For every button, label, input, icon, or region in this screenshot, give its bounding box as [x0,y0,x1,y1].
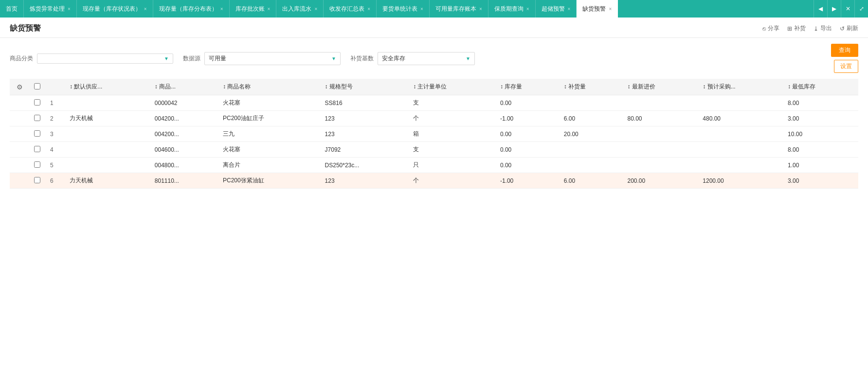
data-table: ⚙ ↕ 默认供应... ↕ 商品... ↕ 商品名称 ↕ 规格型号 ↕ 主计量单… [10,79,858,189]
tab-close-batch-account[interactable]: × [268,6,271,12]
cell-supplier: 力天机械 [65,111,150,126]
cell-num: 5 [45,158,65,173]
cell-stock: 0.00 [495,142,559,158]
tab-prev-button[interactable]: ◀ [814,0,827,18]
filter-bar: 商品分类 ▼ 数据源 可用量 ▼ 补货基数 安全库存 ▼ 查询 设置 [0,38,868,79]
replenish-button[interactable]: ⊞ 补货 [787,24,806,33]
th-min-stock: ↕ 最低库存 [783,79,858,95]
th-replenish-qty-label: ↕ 补货量 [564,83,586,90]
tab-close-inventory-status[interactable]: × [144,6,147,12]
table-row: 2 力天机械 004200... PC200油缸庄子 123 个 -1.00 6… [10,111,858,126]
tab-close-available-ledger[interactable]: × [479,6,482,12]
category-label: 商品分类 [10,54,33,63]
export-button[interactable]: ⤓ 导出 [814,24,832,33]
cell-supplier [65,142,150,158]
cell-spec: SS816 [320,95,409,111]
settings-button[interactable]: 设置 [834,60,858,73]
cell-product-name: PC200油缸庄子 [218,111,320,126]
cell-latest-price [623,142,698,158]
replenish-base-filter: 补货基数 安全库存 ▼ [350,52,475,65]
cell-spec: DS250*23c... [320,158,409,173]
tab-close-shortage-warning[interactable]: × [609,6,612,12]
cell-product-code: 801110... [150,173,218,189]
tab-close-button[interactable]: ✕ [841,0,854,18]
cell-product-name: PC200张紧油缸 [218,173,320,189]
cell-check [29,173,45,189]
tab-close-exception[interactable]: × [68,6,71,12]
th-product-name-label: ↕ 商品名称 [223,83,251,90]
cell-num: 2 [45,111,65,126]
cell-estimated-purchase [698,95,783,111]
cell-product-code: 0000042 [150,95,218,111]
replenish-base-select[interactable]: 安全库存 ▼ [378,52,475,65]
export-icon: ⤓ [814,25,818,32]
cell-unit: 支 [408,142,495,158]
cell-latest-price: 200.00 [623,173,698,189]
cell-min-stock: 1.00 [783,158,858,173]
tab-close-receive-summary[interactable]: × [367,6,370,12]
th-estimated-purchase-label: ↕ 预计采购... [703,83,735,90]
tab-close-demand-stats[interactable]: × [420,6,423,12]
cell-check [29,126,45,142]
tab-available-ledger[interactable]: 可用量库存账本× [430,0,488,18]
th-replenish-qty: ↕ 补货量 [559,79,623,95]
table-row: 1 0000042 火花塞 SS816 支 0.00 8.00 [10,95,858,111]
tab-next-button[interactable]: ▶ [827,0,841,18]
tab-inout-flow[interactable]: 出入库流水× [276,0,324,18]
page-title: 缺货预警 [10,23,762,34]
cell-supplier: 力天机械 [65,173,150,189]
th-spec: ↕ 规格型号 [320,79,409,95]
cell-spec: J7092 [320,142,409,158]
th-unit: ↕ 主计量单位 [408,79,495,95]
cell-replenish-qty: 20.00 [559,126,623,142]
cell-num: 4 [45,142,65,158]
tab-expiry-query[interactable]: 保质期查询× [488,0,536,18]
cell-min-stock: 3.00 [783,173,858,189]
table-header-row: ⚙ ↕ 默认供应... ↕ 商品... ↕ 商品名称 ↕ 规格型号 ↕ 主计量单… [10,79,858,95]
row-checkbox[interactable] [34,115,40,121]
cell-stock: -1.00 [495,173,559,189]
refresh-button[interactable]: ↺ 刷新 [840,24,858,33]
th-min-stock-label: ↕ 最低库存 [788,83,815,90]
cell-gear [10,142,29,158]
tab-inventory-dist[interactable]: 现存量（库存分布表）× [153,0,230,18]
cell-replenish-qty [559,158,623,173]
row-checkbox[interactable] [34,177,40,183]
settings-icon[interactable]: ⚙ [17,83,23,91]
tab-close-expiry-query[interactable]: × [526,6,529,12]
category-select[interactable]: ▼ [37,53,173,64]
tab-exception[interactable]: 炼货异常处理× [24,0,77,18]
header-actions: ⎋ 分享 ⊞ 补货 ⤓ 导出 ↺ 刷新 [762,24,858,33]
share-button[interactable]: ⎋ 分享 [762,24,779,33]
row-checkbox[interactable] [34,130,40,137]
cell-product-name: 火花塞 [218,142,320,158]
table-row: 4 004600... 火花塞 J7092 支 0.00 8.00 [10,142,858,158]
cell-product-name: 火花塞 [218,95,320,111]
row-checkbox[interactable] [34,146,40,152]
cell-check [29,95,45,111]
cell-check [29,111,45,126]
select-all-checkbox[interactable] [34,83,40,89]
tab-close-overstock-warning[interactable]: × [568,6,571,12]
cell-gear [10,95,29,111]
tab-home[interactable]: 首页 [0,0,24,18]
cell-unit: 个 [408,111,495,126]
tab-receive-summary[interactable]: 收发存汇总表× [324,0,377,18]
tab-close-inout-flow[interactable]: × [314,6,317,12]
cell-stock: -1.00 [495,111,559,126]
query-button[interactable]: 查询 [831,44,858,57]
tab-shortage-warning[interactable]: 缺货预警× [577,0,618,18]
tab-close-inventory-dist[interactable]: × [220,6,223,12]
tab-demand-stats[interactable]: 要货单统计表× [377,0,430,18]
cell-num: 1 [45,95,65,111]
tab-expand-button[interactable]: ⤢ [854,0,868,18]
replenish-icon: ⊞ [787,25,792,32]
tab-inventory-status[interactable]: 现存量（库存状况表）× [77,0,153,18]
datasource-select[interactable]: 可用量 ▼ [204,52,341,65]
tab-batch-account[interactable]: 库存批次账× [230,0,277,18]
cell-latest-price [623,158,698,173]
tab-overstock-warning[interactable]: 超储预警× [536,0,577,18]
row-checkbox[interactable] [34,99,40,106]
cell-estimated-purchase: 1200.00 [698,173,783,189]
row-checkbox[interactable] [34,161,40,168]
